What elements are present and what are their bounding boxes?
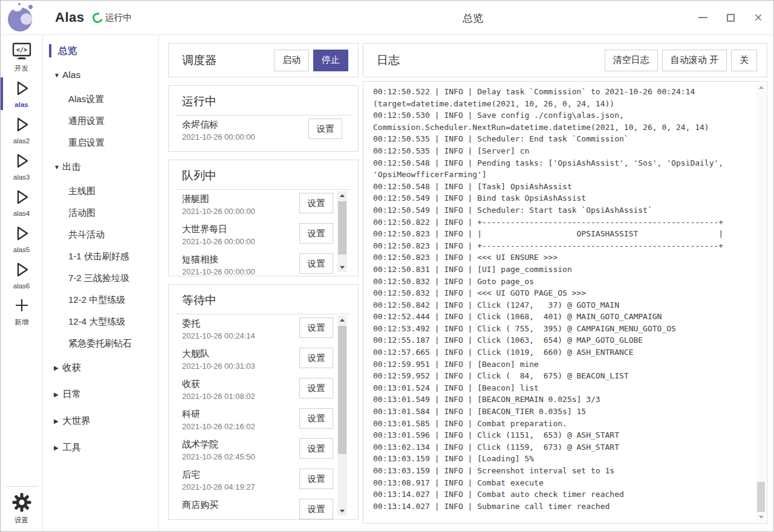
page-title: 总览 [463, 11, 483, 25]
sidebar-item-alas[interactable]: alas [1, 76, 42, 112]
chevron-right-icon: ▶ [54, 391, 62, 398]
log-line: 00:13:08.917 | INFO | Combat execute [373, 477, 751, 489]
nav-item-map-12-4[interactable]: 12-4 大型练级 [43, 311, 158, 332]
task-list-scrollbar[interactable] [337, 191, 347, 272]
task-row: 科研2021-10-26 02:16:02设置 [169, 405, 358, 435]
log-header: 日志 清空日志 自动滚动 开 关 [363, 43, 767, 77]
sidebar-item-label: 设置 [15, 516, 28, 525]
main-area: </>开发alasalas2alas3alas4alas5alas6新增 设置 … [1, 35, 773, 531]
log-line: 00:13:01.549 | INFO | [BEACON_REMAIN 0.0… [373, 394, 751, 406]
nav-item-map-7-2[interactable]: 7-2 三战捡垃圾 [43, 267, 158, 289]
nav-item-tool-group[interactable]: ▶工具 [43, 434, 158, 461]
chevron-right-icon: ▶ [54, 365, 62, 371]
scrollbar-thumb[interactable] [338, 326, 346, 454]
log-line: 00:12:59.952 | INFO | Click ( 84, 675) @… [373, 370, 751, 382]
play-icon [13, 79, 31, 100]
nav-item-map-12-2[interactable]: 12-2 中型练级 [43, 289, 158, 311]
log-line: 00:12:50.535 | INFO | Scheduler: End tas… [373, 133, 751, 145]
nav-item-alas-settings[interactable]: Alas设置 [43, 88, 158, 110]
log-off-button[interactable]: 关 [731, 50, 757, 71]
nav-item-overview[interactable]: 总览 [43, 40, 158, 62]
nav-item-label: 收获 [62, 362, 81, 374]
nav-item-label: 活动图 [68, 207, 96, 219]
log-line: 00:13:03.159 | INFO | Screenshot interva… [373, 465, 751, 477]
task-row: 大世界每日2021-10-26 00:00:00设置 [169, 220, 358, 250]
task-setting-button[interactable]: 设置 [299, 223, 333, 244]
sidebar-item-alas5[interactable]: alas5 [1, 221, 42, 257]
nav-item-restart-settings[interactable]: 重启设置 [43, 132, 158, 154]
task-setting-button[interactable]: 设置 [299, 438, 333, 459]
task-setting-button[interactable]: 设置 [299, 469, 333, 489]
task-setting-button[interactable]: 设置 [299, 193, 333, 213]
sidebar-item-alas6[interactable]: alas6 [1, 257, 42, 293]
chevron-right-icon: ▶ [54, 444, 62, 451]
app-logo-icon [7, 3, 36, 32]
maximize-button[interactable] [725, 12, 736, 23]
nav-item-event-map[interactable]: 活动图 [43, 202, 158, 224]
nav-item-urgent-commission[interactable]: 紧急委托刷钻石 [43, 332, 158, 354]
task-list-waiting: 委托2021-10-26 00:24:14设置大舰队2021-10-26 00:… [169, 314, 358, 519]
alas-window: Alas 运行中 总览 × </>开发alasalas2alas3alas4al… [0, 0, 774, 532]
sidebar-item-label: alas [15, 101, 28, 108]
log-scrollbar[interactable] [756, 83, 766, 522]
nav-item-coalition[interactable]: 共斗活动 [43, 224, 158, 245]
task-setting-button[interactable]: 设置 [299, 317, 333, 338]
nav-item-sortie-group[interactable]: ▼出击 [43, 154, 158, 180]
nav-item-general-settings[interactable]: 通用设置 [43, 110, 158, 132]
nav-item-label: Alas [62, 70, 80, 80]
log-line: 00:13:14.027 | INFO | Submarine call tim… [373, 501, 751, 513]
log-line: 00:12:50.823 | INFO | <<< UI ENSURE >>> [373, 251, 751, 264]
nav-item-label: 工具 [62, 441, 81, 454]
sidebar-item-alas4[interactable]: alas4 [1, 184, 42, 221]
sidebar-item-settings[interactable]: 设置 [1, 490, 42, 527]
nav-item-alas-group[interactable]: ▼Alas [43, 62, 158, 88]
maximize-icon [727, 14, 735, 22]
nav-item-main-map[interactable]: 主线图 [43, 180, 158, 202]
nav-item-os-group[interactable]: ▶大世界 [43, 407, 158, 434]
log-line: 00:12:50.832 | INFO | Goto page_os [373, 276, 751, 288]
nav-item-label: 通用设置 [68, 115, 105, 127]
scroll-up-icon[interactable] [337, 316, 347, 325]
task-card-title: 等待中 [169, 293, 358, 308]
nav-item-map-1-1[interactable]: 1-1 伏击刷好感 [43, 245, 158, 267]
task-setting-button[interactable]: 设置 [299, 499, 333, 519]
task-setting-button[interactable]: 设置 [299, 253, 333, 274]
autoscroll-toggle-button[interactable]: 自动滚动 开 [662, 50, 727, 71]
task-setting-button[interactable]: 设置 [299, 378, 333, 398]
task-row: 收获2021-10-26 01:08:02设置 [169, 375, 358, 405]
sidebar-item-dev[interactable]: </>开发 [1, 39, 42, 76]
scroll-down-icon[interactable] [756, 513, 766, 522]
nav-item-reward-group[interactable]: ▶收获 [43, 354, 158, 381]
log-line: 00:12:50.530 | INFO | Save config ./conf… [373, 109, 751, 122]
sidebar-item-alas2[interactable]: alas2 [1, 112, 42, 148]
log-output[interactable]: 00:12:50.522 | INFO | Delay task `Commis… [363, 81, 767, 524]
scrollbar-thumb[interactable] [757, 482, 765, 512]
log-line: Commission.Scheduler.NextRun=datetime.da… [373, 122, 751, 134]
scroll-up-icon[interactable] [756, 83, 766, 92]
close-button[interactable]: × [753, 12, 764, 23]
app-title: Alas [55, 10, 84, 25]
task-list-scrollbar[interactable] [337, 316, 347, 516]
nav-item-label: 共斗活动 [68, 229, 105, 241]
sidebar-item-label: alas2 [13, 137, 30, 144]
start-button[interactable]: 启动 [274, 50, 309, 71]
scheduler-panel: 调度器 启动 停止 运行中余烬信标2021-10-26 00:00:00设置队列… [168, 35, 359, 531]
task-row: 战术学院2021-10-26 02:45:50设置 [169, 435, 358, 465]
scroll-up-icon[interactable] [337, 191, 347, 200]
scrollbar-thumb[interactable] [338, 201, 346, 255]
log-line: 00:13:01.596 | INFO | Click (1151, 653) … [373, 429, 751, 441]
nav-item-label: Alas设置 [68, 94, 104, 105]
clear-log-button[interactable]: 清空日志 [605, 50, 658, 71]
stop-button[interactable]: 停止 [313, 50, 348, 71]
scroll-down-icon[interactable] [337, 507, 347, 516]
minimize-button[interactable] [697, 12, 708, 23]
sidebar-item-add[interactable]: 新增 [1, 293, 42, 329]
task-setting-button[interactable]: 设置 [299, 348, 333, 368]
log-line: 00:12:50.549 | INFO | Scheduler: Start t… [373, 204, 751, 216]
task-setting-button[interactable]: 设置 [308, 118, 342, 139]
nav-item-daily-group[interactable]: ▶日常 [43, 381, 158, 407]
scroll-down-icon[interactable] [337, 263, 347, 272]
task-setting-button[interactable]: 设置 [299, 408, 333, 429]
sidebar-item-alas3[interactable]: alas3 [1, 148, 42, 184]
sidebar-bottom: 设置 [1, 486, 42, 527]
